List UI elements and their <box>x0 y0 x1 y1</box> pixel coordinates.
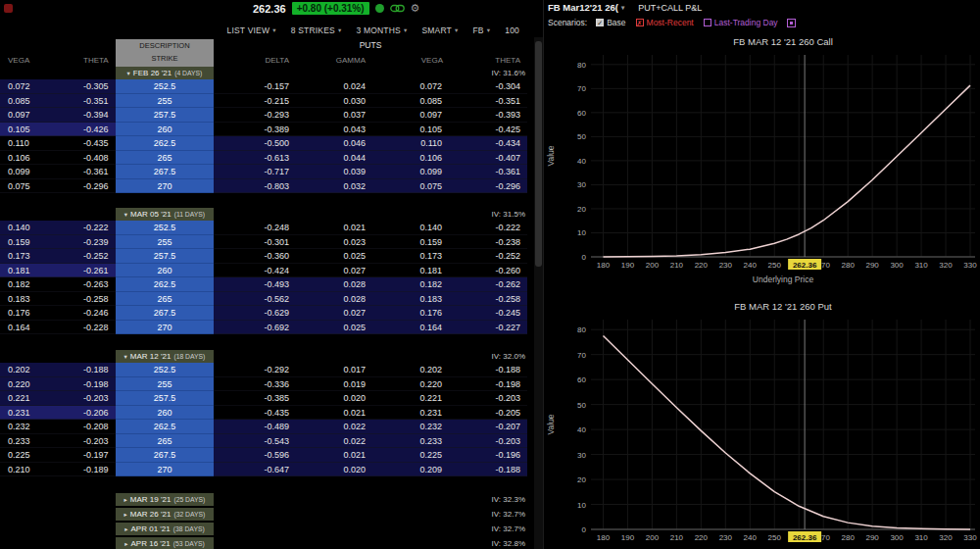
strike-cell[interactable]: 262.5 <box>116 136 214 151</box>
call-chart[interactable]: 0102030405060708018019020021022023024025… <box>544 31 980 294</box>
svg-text:50: 50 <box>577 401 586 410</box>
strike-cell[interactable]: 267.5 <box>116 306 214 321</box>
scenario-toggle-base[interactable]: ✓Base <box>596 18 625 27</box>
svg-text:70: 70 <box>577 84 586 93</box>
scenario-settings-icon[interactable] <box>787 19 796 27</box>
option-row[interactable]: 0.202-0.188252.5-0.2920.0170.202-0.188 <box>0 363 534 377</box>
scenario-toggle-most-recent[interactable]: ✗Most-Recent <box>636 18 694 27</box>
strike-cell[interactable]: 257.5 <box>116 249 214 264</box>
put-vega-cell: 0.173 <box>372 249 449 264</box>
expiry-group-header[interactable]: ▸APR 16 '21(53 DAYS)IV: 32.8% <box>0 537 534 549</box>
call-vega-cell: 0.176 <box>0 306 59 321</box>
put-theta-cell: -0.407 <box>449 151 527 166</box>
put-vega-cell: 0.220 <box>372 377 449 392</box>
expiry-group-header[interactable]: ▾MAR 12 '21(18 DAYS)IV: 32.0% <box>0 350 534 363</box>
option-row[interactable]: 0.233-0.203265-0.5430.0220.233-0.203 <box>0 434 534 449</box>
strike-cell[interactable]: 265 <box>116 151 214 166</box>
view-mode-dropdown[interactable]: LIST VIEW ▾ <box>227 25 276 35</box>
size-field[interactable]: 100 <box>505 25 519 35</box>
put-theta-cell: -0.188 <box>449 463 527 477</box>
option-row[interactable]: 0.075-0.296270-0.8030.0320.075-0.296 <box>0 179 534 194</box>
option-row[interactable]: 0.225-0.197267.5-0.5960.0210.225-0.196 <box>0 448 534 463</box>
option-row[interactable]: 0.210-0.189270-0.6470.0200.209-0.188 <box>0 463 534 477</box>
strike-cell[interactable]: 270 <box>116 179 214 194</box>
option-row[interactable]: 0.182-0.263262.5-0.4930.0280.182-0.262 <box>0 277 534 292</box>
svg-text:330: 330 <box>963 261 977 270</box>
strike-cell[interactable]: 270 <box>116 321 214 335</box>
option-row[interactable]: 0.106-0.408265-0.6130.0440.106-0.407 <box>0 151 534 166</box>
option-row[interactable]: 0.097-0.394257.5-0.2930.0370.097-0.393 <box>0 108 534 123</box>
svg-text:70: 70 <box>577 351 586 360</box>
option-row[interactable]: 0.176-0.246267.5-0.6290.0270.176-0.245 <box>0 306 534 321</box>
option-row[interactable]: 0.181-0.261260-0.4240.0270.181-0.260 <box>0 264 534 278</box>
option-row[interactable]: 0.085-0.351255-0.2150.0300.085-0.351 <box>0 94 534 109</box>
svg-text:290: 290 <box>865 533 879 542</box>
put-vega-cell: 0.202 <box>372 363 449 377</box>
put-chart[interactable]: 0102030405060708018019020021022023024025… <box>544 296 980 549</box>
strike-cell[interactable]: 265 <box>116 434 214 449</box>
option-row[interactable]: 0.072-0.305252.5-0.1570.0240.072-0.304 <box>0 79 534 94</box>
strike-cell[interactable]: 257.5 <box>116 391 214 406</box>
strike-cell[interactable]: 262.5 <box>116 277 214 292</box>
option-row[interactable]: 0.183-0.258265-0.5620.0280.183-0.258 <box>0 292 534 307</box>
expiry-days: (11 DAYS) <box>174 211 205 218</box>
strike-cell[interactable]: 270 <box>116 463 214 477</box>
option-row[interactable]: 0.221-0.203257.5-0.3850.0200.221-0.203 <box>0 391 534 406</box>
put-gamma-header[interactable]: GAMMA <box>290 56 366 65</box>
description-strike-header[interactable]: DESCRIPTION STRIKE <box>116 39 214 67</box>
strike-cell[interactable]: 255 <box>116 94 214 109</box>
expiry-days: (18 DAYS) <box>173 353 205 360</box>
expiry-group-header[interactable]: ▸APR 01 '21(38 DAYS)IV: 32.7% <box>0 523 534 535</box>
put-vega-header[interactable]: VEGA <box>367 56 443 65</box>
strikes-dropdown[interactable]: 8 STRIKES ▾ <box>291 25 342 35</box>
vertical-scrollbar[interactable] <box>534 37 543 549</box>
checkbox-icon <box>704 19 711 26</box>
strike-cell[interactable]: 260 <box>116 123 214 137</box>
chain-toolbar: LIST VIEW ▾ 8 STRIKES ▾ 3 MONTHS ▾ SMART… <box>0 24 529 37</box>
option-row[interactable]: 0.220-0.198255-0.3360.0190.220-0.198 <box>0 377 534 392</box>
strike-cell[interactable]: 260 <box>116 264 214 278</box>
expiry-group-header[interactable]: ▸MAR 26 '21(32 DAYS)IV: 32.7% <box>0 508 534 521</box>
strike-cell[interactable]: 260 <box>116 406 214 421</box>
strike-cell[interactable]: 262.5 <box>116 420 214 434</box>
last-price: 262.36 <box>253 3 286 15</box>
months-dropdown[interactable]: 3 MONTHS ▾ <box>356 25 407 35</box>
option-row[interactable]: 0.159-0.239255-0.3010.0230.159-0.238 <box>0 235 534 250</box>
strike-cell[interactable]: 255 <box>116 235 214 250</box>
scrollbar-thumb[interactable] <box>535 41 542 267</box>
strike-cell[interactable]: 267.5 <box>116 165 214 179</box>
option-row[interactable]: 0.231-0.206260-0.4350.0210.231-0.205 <box>0 406 534 421</box>
strike-cell[interactable]: 257.5 <box>116 108 214 123</box>
svg-text:230: 230 <box>719 261 733 270</box>
put-delta-header[interactable]: DELTA <box>214 56 289 65</box>
exchange-dropdown[interactable]: SMART ▾ <box>421 25 458 35</box>
call-vega-header[interactable]: VEGA <box>8 56 29 65</box>
contract-selector[interactable]: FB Mar12'21 26( ▾ <box>548 2 624 13</box>
strike-cell[interactable]: 267.5 <box>116 448 214 463</box>
svg-text:320: 320 <box>939 533 953 542</box>
put-theta-header[interactable]: THETA <box>443 56 520 65</box>
option-row[interactable]: 0.164-0.228270-0.6920.0250.164-0.227 <box>0 321 534 335</box>
put-gamma-cell: 0.032 <box>296 179 372 194</box>
option-row[interactable]: 0.140-0.222252.5-0.2480.0210.140-0.222 <box>0 221 534 235</box>
put-theta-cell: -0.361 <box>449 165 527 179</box>
option-row[interactable]: 0.105-0.426260-0.3890.0430.105-0.425 <box>0 123 534 137</box>
option-row[interactable]: 0.099-0.361267.5-0.7170.0390.099-0.361 <box>0 165 534 179</box>
strike-cell[interactable]: 255 <box>116 377 214 392</box>
scenario-toggle-last-trading-day[interactable]: Last-Trading Day <box>704 18 778 27</box>
strike-cell[interactable]: 252.5 <box>116 363 214 377</box>
option-row[interactable]: 0.232-0.208262.5-0.4890.0220.232-0.207 <box>0 420 534 434</box>
expiry-group-header[interactable]: ▾FEB 26 '21(4 DAYS)IV: 31.6% <box>0 67 534 79</box>
link-icon[interactable] <box>390 4 405 13</box>
symbol-dropdown[interactable]: FB ▾ <box>472 25 490 35</box>
strike-cell[interactable]: 252.5 <box>116 79 214 94</box>
strike-cell[interactable]: 252.5 <box>116 221 214 235</box>
call-theta-header[interactable]: THETA <box>83 56 109 65</box>
expiry-group-header[interactable]: ▸MAR 19 '21(25 DAYS)IV: 32.3% <box>0 493 534 506</box>
strike-cell[interactable]: 265 <box>116 292 214 307</box>
call-theta-cell: -0.228 <box>59 321 116 335</box>
option-row[interactable]: 0.110-0.435262.5-0.5000.0460.110-0.434 <box>0 136 534 151</box>
option-row[interactable]: 0.173-0.252257.5-0.3600.0250.173-0.252 <box>0 249 534 264</box>
expiry-group-header[interactable]: ▾MAR 05 '21(11 DAYS)IV: 31.5% <box>0 208 534 221</box>
gear-icon[interactable]: ⚙ <box>411 3 420 14</box>
